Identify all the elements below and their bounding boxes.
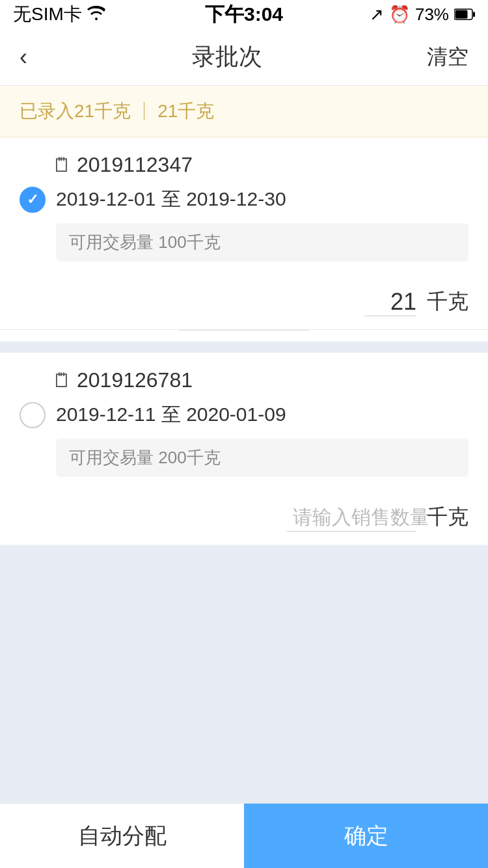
batch-1-date-row[interactable]: 2019-12-01 至 2019-12-30 bbox=[20, 186, 468, 213]
batch-2-unit: 千克 bbox=[427, 503, 468, 532]
bottom-bar: 自动分配 确定 bbox=[0, 803, 488, 868]
batch-1-avail: 可用交易量 100千克 bbox=[56, 223, 468, 262]
batch-2-id: 2019126781 bbox=[77, 368, 193, 392]
main-content: 🗒 2019112347 2019-12-01 至 2019-12-30 可用交… bbox=[0, 137, 488, 854]
alarm-icon: ⏰ bbox=[389, 5, 410, 25]
nav-bar: ‹ 录批次 清空 bbox=[0, 29, 488, 86]
status-right-group: ↗ ⏰ 73% bbox=[370, 5, 475, 25]
batch-2-id-row: 🗒 2019126781 bbox=[20, 368, 468, 392]
wifi-icon bbox=[87, 4, 105, 25]
battery-text: 73% bbox=[415, 5, 449, 25]
batch-1-radio[interactable] bbox=[20, 187, 46, 213]
status-bar: 无SIM卡 下午3:04 ↗ ⏰ 73% bbox=[0, 0, 488, 29]
battery-icon bbox=[454, 5, 475, 25]
batch-1-quantity-value: 21 bbox=[364, 288, 416, 316]
info-banner: 已录入21千克 21千克 bbox=[0, 86, 488, 137]
batch-1-doc-icon: 🗒 bbox=[52, 154, 72, 176]
batch-2-radio[interactable] bbox=[20, 402, 46, 428]
section-gap bbox=[0, 342, 488, 353]
batch-2-date: 2019-12-11 至 2020-01-09 bbox=[56, 401, 286, 428]
page-title: 录批次 bbox=[192, 41, 262, 73]
batch-2-quantity-input[interactable] bbox=[286, 504, 416, 532]
status-time: 下午3:04 bbox=[205, 1, 283, 28]
batch-2-doc-icon: 🗒 bbox=[52, 370, 72, 392]
back-button[interactable]: ‹ bbox=[20, 44, 27, 71]
svg-rect-2 bbox=[455, 10, 468, 18]
location-icon: ↗ bbox=[370, 5, 384, 25]
banner-divider bbox=[144, 102, 144, 120]
batch-1-quantity-row: 21 千克 bbox=[0, 275, 488, 330]
batch-2-avail: 可用交易量 200千克 bbox=[56, 439, 468, 477]
batch-1-id: 2019112347 bbox=[77, 153, 193, 177]
batch-card-2: 🗒 2019126781 2019-12-11 至 2020-01-09 可用交… bbox=[0, 353, 488, 545]
batch-card-1: 🗒 2019112347 2019-12-01 至 2019-12-30 可用交… bbox=[0, 137, 488, 341]
confirm-button[interactable]: 确定 bbox=[244, 804, 488, 868]
batch-1-date: 2019-12-01 至 2019-12-30 bbox=[56, 186, 286, 213]
batch-2-date-row[interactable]: 2019-12-11 至 2020-01-09 bbox=[20, 401, 468, 428]
batch-1-id-row: 🗒 2019112347 bbox=[20, 153, 468, 177]
auto-distribute-button[interactable]: 自动分配 bbox=[0, 804, 244, 868]
clear-button[interactable]: 清空 bbox=[427, 43, 468, 72]
recorded-value: 21千克 bbox=[157, 99, 214, 124]
batch-2-input-row[interactable]: 请输入销售数量 千克 bbox=[0, 490, 488, 545]
status-carrier: 无SIM卡 bbox=[13, 2, 105, 27]
batch-1-unit: 千克 bbox=[427, 288, 468, 316]
recorded-label: 已录入21千克 bbox=[20, 99, 131, 124]
carrier-text: 无SIM卡 bbox=[13, 2, 82, 27]
svg-rect-1 bbox=[473, 12, 475, 17]
